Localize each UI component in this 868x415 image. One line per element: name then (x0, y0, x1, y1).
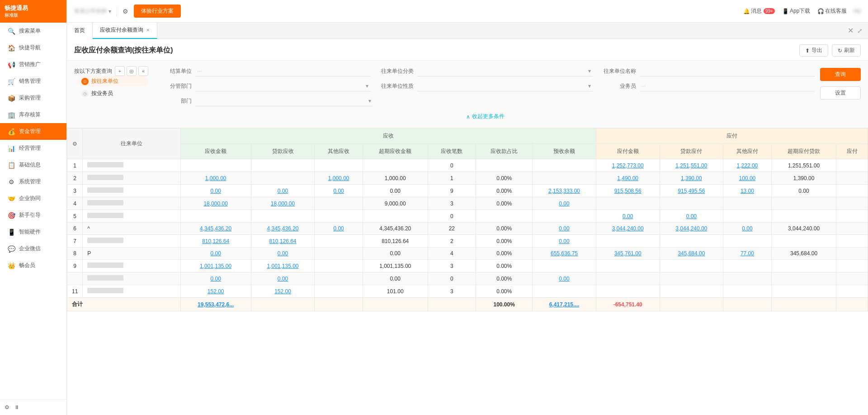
filter-field-salesman: 业务员 ··· (600, 81, 815, 91)
tab-home-label: 首页 (74, 27, 85, 34)
sidebar-item-wecom[interactable]: 💬 企业微信 (0, 240, 66, 257)
sidebar-item-search[interactable]: 🔍 搜索菜单 (0, 23, 66, 39)
tab-receivable-query[interactable]: 应收应付余额查询 ✕ (93, 23, 157, 39)
sidebar-item-label: 库存核算 (19, 111, 41, 119)
company-name: 某某公司名称 (74, 7, 107, 15)
tab-home[interactable]: 首页 (67, 23, 93, 39)
tab-close-icon[interactable]: ✕ (146, 28, 150, 33)
th-rec-count: 应收笔数 (428, 144, 476, 159)
collapse-icon[interactable]: ⏸ (14, 404, 19, 410)
setting-button[interactable]: 设置 (820, 86, 861, 100)
app-download-btn[interactable]: 📱 App下载 (782, 7, 810, 15)
sidebar-logo: 畅捷通易 标准版 (0, 0, 66, 23)
sidebar-item-label: 新手引导 (19, 211, 41, 219)
th-pay-overdue: 超期应付贷款 (771, 144, 836, 159)
settings-gear-icon[interactable]: ⚙ (123, 8, 128, 15)
partner-type-select[interactable]: ▾ (417, 66, 592, 76)
sidebar-item-guide[interactable]: 🎯 新手引导 (0, 207, 66, 224)
close-window-icon[interactable]: ✕ (848, 26, 854, 35)
filter-row-1: 结算单位 ··· 往来单位分类 ▾ 往来 (156, 66, 815, 76)
sidebar-item-system[interactable]: ⚙ 系统管理 (0, 173, 66, 190)
filter-row-2: 分管部门 ▾ 往来单位性质 ▾ (156, 81, 815, 91)
sidebar-item-quicknav[interactable]: 🏠 快捷导航 (0, 39, 66, 56)
settings-icon[interactable]: ⚙ (5, 404, 9, 410)
sidebar-item-member[interactable]: 👑 畅会员 (0, 257, 66, 274)
salesman-label: 业务员 (600, 82, 636, 90)
table-row: 91,001,135.001,001,135.001,001,135.0030.… (67, 260, 868, 272)
filter-field-dept: 分管部门 ▾ (156, 81, 370, 91)
footer-rec-amount[interactable]: 19,553,472,6... (180, 298, 251, 311)
filter-field-partner-type: 往来单位分类 ▾ (377, 66, 592, 76)
th-rec-overdue: 超期应收金额 (363, 144, 428, 159)
add-scheme-button[interactable]: + (115, 66, 125, 76)
footer-pre-rec[interactable]: 6,417,215.... (533, 298, 596, 311)
dept-label: 分管部门 (156, 82, 192, 90)
th-pay-tail: 应付 (836, 144, 868, 159)
filter-nav-by-salesman[interactable]: ◷ 按业务员 (78, 88, 148, 99)
table-row: 11152.00152.00101.0030.00% (67, 285, 868, 298)
nav-scheme-button[interactable]: « (138, 66, 148, 76)
topbar: 某某公司名称 ▾ ⚙ 体验行业方案 🔔 消息 99+ 📱 App下载 🎧 在线客… (67, 0, 868, 23)
search-icon: 🔍 (7, 28, 15, 35)
th-group-payable: 应付 (596, 129, 868, 144)
settlement-label: 结算单位 (156, 67, 192, 75)
footer-pay-tail (836, 298, 868, 311)
maximize-window-icon[interactable]: ⤢ (857, 27, 863, 34)
main-area: 某某公司名称 ▾ ⚙ 体验行业方案 🔔 消息 99+ 📱 App下载 🎧 在线客… (67, 0, 868, 415)
footer-rec-loan (251, 298, 315, 311)
footer-label: 合计 (67, 298, 181, 311)
partner-nature-label: 往来单位性质 (377, 82, 414, 90)
table-settings-icon[interactable]: ⚙ (72, 141, 77, 147)
company-selector[interactable]: 某某公司名称 ▾ (74, 7, 111, 15)
salesman-nav-icon: ◷ (81, 90, 89, 97)
th-rec-other: 其他应收 (315, 144, 363, 159)
footer-pay-other (723, 298, 772, 311)
partner-name-input[interactable] (640, 66, 815, 76)
chevron-down-icon-2: ▾ (366, 83, 368, 89)
th-rec-loan: 贷款应收 (251, 144, 315, 159)
user-avatar[interactable]: Rit (854, 8, 861, 14)
th-pre-rec: 预收余额 (533, 144, 596, 159)
bell-icon: 🔔 (743, 8, 750, 14)
table-row: 0.000.000.0000.00%0.00 (67, 272, 868, 285)
edit-scheme-button[interactable]: ◎ (127, 66, 137, 76)
collapse-button[interactable]: ∧ 收起更多条件 (156, 111, 815, 122)
operations-icon: 📊 (7, 145, 15, 152)
dept-select[interactable]: ▾ (195, 81, 370, 91)
salesman-dots: ··· (640, 81, 815, 91)
sidebar-item-enterprise[interactable]: 🤝 企业协同 (0, 190, 66, 207)
export-button[interactable]: ⬆ 导出 (799, 44, 828, 57)
sidebar-item-operations[interactable]: 📊 经营管理 (0, 140, 66, 157)
sidebar-item-marketing[interactable]: 📢 营销推广 (0, 56, 66, 73)
partner-nature-select[interactable]: ▾ (417, 81, 592, 91)
filter-scheme-actions: + ◎ « (115, 66, 148, 76)
finance-icon: 💰 (7, 128, 15, 135)
partner-nav-icon: ⊙ (81, 78, 89, 85)
sidebar-item-inventory[interactable]: 🏢 库存核算 (0, 106, 66, 123)
table-row: 418,000.0018,000.009,000.0030.00%0.00 (67, 197, 868, 210)
table-row: 7810,126.64810,126.64810,126.6420.00%0.0… (67, 235, 868, 248)
sidebar-item-sales[interactable]: 🛒 销售管理 (0, 73, 66, 90)
topbar-divider (117, 7, 117, 16)
th-rec-ratio: 应收款占比 (476, 144, 533, 159)
filter-field-division: 部门 ▾ (156, 96, 373, 106)
footer-rec-count (428, 298, 476, 311)
filter-row-3: 部门 ▾ (156, 96, 815, 106)
sidebar-item-hardware[interactable]: 📱 智能硬件 (0, 224, 66, 240)
online-service-btn[interactable]: 🎧 在线客服 (817, 7, 847, 15)
chevron-down-icon-3: ▾ (588, 83, 591, 89)
sidebar-item-basic-info[interactable]: 📋 基础信息 (0, 157, 66, 173)
notifications-btn[interactable]: 🔔 消息 99+ (743, 7, 775, 15)
filter-nav-by-partner[interactable]: ⊙ 按往来单位 (78, 76, 148, 86)
th-rec-amount: 应收金额 (180, 144, 251, 159)
th-group-receivable: 应收 (180, 129, 596, 144)
sidebar-item-finance[interactable]: 💰 资金管理 (0, 123, 66, 140)
query-button[interactable]: 查询 (820, 68, 861, 81)
division-select[interactable]: ▾ (195, 96, 373, 106)
filter-scheme-label: 按以下方案查询 + ◎ « (74, 66, 148, 76)
refresh-button[interactable]: ↻ 刷新 (832, 44, 861, 57)
sidebar-item-purchase[interactable]: 📦 采购管理 (0, 90, 66, 106)
settlement-dots: ··· (195, 66, 370, 76)
promo-button[interactable]: 体验行业方案 (134, 5, 181, 18)
inventory-icon: 🏢 (7, 111, 15, 119)
